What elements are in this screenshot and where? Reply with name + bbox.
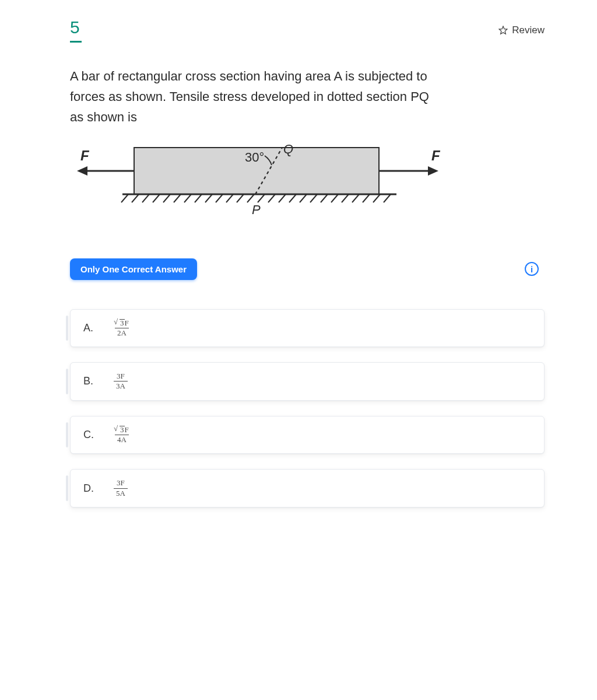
option-letter: D. (83, 482, 97, 495)
option-letter: B. (83, 375, 97, 387)
review-button[interactable]: Review (498, 24, 545, 36)
svg-line-14 (237, 194, 244, 202)
svg-marker-31 (77, 166, 87, 176)
svg-line-25 (352, 194, 359, 202)
answer-type-badge: Only One Correct Answer (70, 258, 197, 280)
option-formula: 3F 2A (114, 319, 130, 338)
option-letter: C. (83, 429, 97, 441)
svg-line-19 (289, 194, 296, 202)
svg-line-3 (121, 194, 128, 202)
svg-line-26 (363, 194, 370, 202)
diagram-label-right-force: F (431, 148, 441, 163)
svg-line-22 (321, 194, 328, 202)
option-a[interactable]: A. 3F 2A (70, 309, 545, 348)
question-text: A bar of rectangular cross section havin… (70, 66, 443, 128)
svg-line-9 (184, 194, 191, 202)
svg-line-27 (373, 194, 380, 202)
diagram-label-p: P (252, 202, 261, 217)
star-icon (498, 25, 508, 36)
svg-marker-33 (428, 166, 438, 176)
svg-line-21 (310, 194, 317, 202)
option-c[interactable]: C. 3F 4A (70, 416, 545, 454)
svg-line-15 (247, 194, 254, 202)
option-b[interactable]: B. 3F 3A (70, 362, 545, 401)
svg-line-24 (342, 194, 349, 202)
svg-line-17 (268, 194, 275, 202)
svg-line-20 (300, 194, 307, 202)
svg-line-18 (279, 194, 286, 202)
svg-line-13 (226, 194, 233, 202)
option-letter: A. (83, 322, 97, 334)
diagram-label-angle: 30° (245, 150, 264, 164)
diagram-label-left-force: F (80, 148, 90, 163)
review-label: Review (512, 24, 545, 36)
option-formula: 3F 5A (114, 479, 128, 498)
svg-line-23 (331, 194, 338, 202)
info-icon[interactable]: i (525, 262, 539, 276)
svg-line-7 (163, 194, 170, 202)
option-formula: 3F 3A (114, 372, 128, 391)
svg-line-28 (384, 194, 391, 202)
svg-line-4 (132, 194, 139, 202)
option-formula: 3F 4A (114, 426, 130, 444)
svg-line-16 (258, 194, 265, 202)
svg-line-6 (153, 194, 160, 202)
svg-line-11 (205, 194, 212, 202)
question-number: 5 (70, 18, 82, 43)
svg-line-5 (142, 194, 149, 202)
svg-line-10 (195, 194, 202, 202)
diagram-label-q: Q (283, 142, 293, 156)
svg-marker-0 (499, 26, 507, 34)
svg-line-8 (174, 194, 181, 202)
svg-line-12 (216, 194, 223, 202)
question-header: 5 Review (70, 18, 545, 43)
options-list: A. 3F 2A B. 3F 3A C. 3F 4A D. 3F 5A (70, 309, 545, 508)
option-d[interactable]: D. 3F 5A (70, 469, 545, 508)
question-diagram: F F 30° Q P (70, 136, 545, 229)
